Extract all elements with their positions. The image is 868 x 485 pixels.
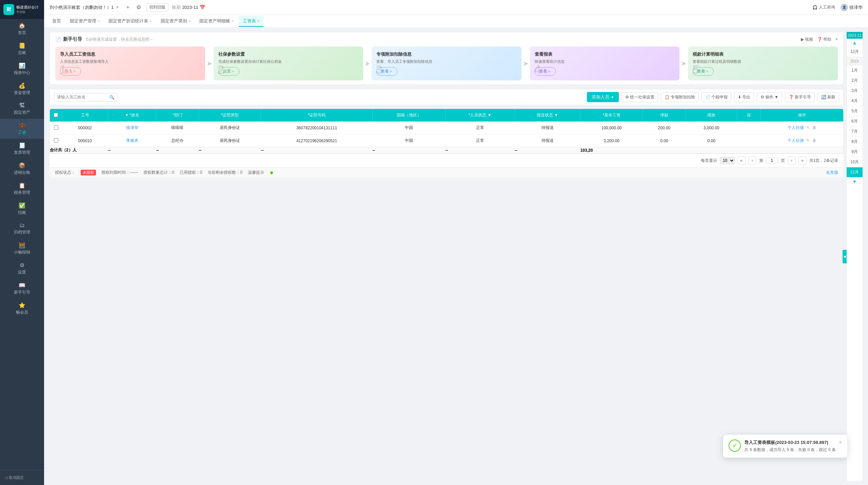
panel-expand-btn[interactable]: ◀ — [843, 250, 847, 263]
edit-icon[interactable]: ✎ — [806, 125, 810, 130]
month-item-4[interactable]: 4月 — [847, 96, 863, 106]
sidebar-item-guide[interactable]: 📖 新手引导 — [0, 279, 44, 299]
panel-up-arrow[interactable]: ▲ — [852, 40, 857, 45]
delete-icon[interactable]: 🗑 — [812, 125, 816, 130]
tab-close-icon[interactable]: × — [189, 19, 191, 23]
home-icon: 🏠 — [19, 22, 25, 29]
user-menu-btn[interactable]: 👤 徐泽华 — [841, 4, 863, 11]
tab-fixed-asset[interactable]: 固定资产管理 × — [66, 16, 104, 27]
month-item-5[interactable]: 5月 — [847, 106, 863, 116]
auth-remain: 当前剩余授权数：0 — [208, 170, 242, 175]
prev-page-btn[interactable]: ‹ — [748, 156, 756, 165]
sidebar-item-member[interactable]: ⭐ 畅会员 — [0, 299, 44, 319]
sidebar-item-expense[interactable]: 🧮 小畅报销 — [0, 239, 44, 259]
next-page-btn[interactable]: › — [788, 156, 796, 165]
settings-account-btn[interactable]: ⚙ — [135, 3, 143, 12]
tab-salary-table[interactable]: 工资表 × — [239, 16, 263, 27]
social-security-btn[interactable]: ⚙ 统一社保设置 — [622, 92, 658, 102]
sidebar-item-fixed[interactable]: 🏗 固定资产 — [0, 99, 44, 119]
sidebar-item-settle[interactable]: ✅ 结账 — [0, 199, 44, 219]
tab-close-icon[interactable]: × — [98, 19, 100, 23]
tab-depreciation[interactable]: 固定资产折旧统计表 × — [104, 16, 156, 27]
period-selector[interactable]: 账期 2023-11 📅 — [172, 4, 205, 11]
td-footer-empty — [686, 147, 737, 153]
auth-count: 授权数量总计：0 — [143, 170, 174, 175]
tab-close-icon[interactable]: × — [150, 19, 152, 23]
row-checkbox[interactable] — [54, 138, 58, 143]
guide-help-btn[interactable]: ❓ 帮助 — [817, 37, 831, 42]
edit-icon[interactable]: ✎ — [806, 138, 810, 143]
per-page-select[interactable]: 10 20 50 — [720, 157, 735, 164]
last-page-btn[interactable]: » — [798, 156, 807, 165]
sidebar-item-salary[interactable]: 💼 工资 — [0, 119, 44, 139]
td-checkbox[interactable] — [50, 134, 62, 147]
fund-icon: 💰 — [19, 82, 25, 89]
warning-dot-icon — [270, 171, 273, 174]
month-item-10[interactable]: 10月 — [847, 157, 863, 167]
operate-btn[interactable]: ⚙ 操作 ▼ — [757, 92, 782, 102]
sidebar-item-settings[interactable]: ⚙ 设置 — [0, 259, 44, 279]
refresh-btn[interactable]: 🔄 刷新 — [817, 92, 839, 102]
add-account-btn[interactable]: ＋ — [124, 3, 132, 12]
sidebar-item-report[interactable]: 📊 报表中心 — [0, 59, 44, 79]
guide-subtitle: 5步快速完成设置，快去完善信息吧～ — [86, 37, 154, 42]
month-item-9[interactable]: 9月 — [847, 147, 863, 157]
toolbar: 🔍 添加人员 ▼ ⚙ 统一社保设置 📋 专项附加扣除 — [50, 89, 844, 105]
sidebar-item-archive[interactable]: 🗂 归档管理 — [0, 219, 44, 239]
sidebar-item-home[interactable]: 🏠 首页 — [0, 19, 44, 39]
tab-close-icon[interactable]: × — [232, 19, 234, 23]
personal-social-btn[interactable]: 个人社保 — [788, 125, 804, 130]
td-checkbox[interactable] — [50, 122, 62, 134]
ai-consult-btn[interactable]: 🎧 人工咨询 — [812, 4, 835, 10]
td-total-salary: 103,20 — [580, 147, 643, 153]
sidebar-item-label: 小畅报销 — [14, 249, 30, 255]
operate-icon: ⚙ — [761, 95, 764, 99]
month-item-2[interactable]: 2月 — [847, 76, 863, 86]
td-footer-empty: -- — [445, 147, 515, 153]
special-deduct-btn[interactable]: 📋 专项附加扣除 — [661, 92, 699, 102]
sidebar-item-ledger[interactable]: 📒 总账 — [0, 39, 44, 59]
employee-name-link[interactable]: 李俊杰 — [126, 138, 138, 143]
month-item-11[interactable]: 11月 — [847, 167, 863, 178]
row-checkbox[interactable] — [54, 125, 58, 130]
tab-fixed-detail[interactable]: 固定资产明细账 × — [195, 16, 238, 27]
panel-down-arrow[interactable]: ▼ — [852, 179, 857, 184]
sidebar-item-invoice[interactable]: 🧾 发票管理 — [0, 139, 44, 159]
toast-close-btn[interactable]: × — [839, 440, 842, 445]
guide-close-btn[interactable]: × — [835, 37, 838, 42]
month-item-6[interactable]: 6月 — [847, 116, 863, 127]
search-input[interactable] — [57, 95, 108, 99]
personal-social-btn[interactable]: 个人社保 — [788, 138, 804, 143]
account-selector[interactable]: 刘小艳演示账套（勿删勿动！）1 ▼ — [50, 4, 119, 11]
employee-name-link[interactable]: 徐泽华 — [126, 125, 138, 130]
first-page-btn[interactable]: « — [737, 156, 746, 165]
cancel-fixed-btn[interactable]: ◁ 取消固定 — [3, 474, 41, 482]
guide-video-btn[interactable]: ▶ 视频 — [801, 37, 813, 42]
select-all-checkbox[interactable] — [54, 113, 58, 117]
month-item-1[interactable]: 1月 — [847, 66, 863, 76]
sidebar-item-stock[interactable]: 📦 进销台账 — [0, 159, 44, 179]
export-btn[interactable]: ⬇ 导出 — [734, 92, 754, 102]
td-apply — [737, 134, 761, 147]
sidebar-item-tax[interactable]: 📋 税务管理 — [0, 179, 44, 199]
tab-close-icon[interactable]: × — [257, 19, 259, 23]
sidebar-item-fund[interactable]: 💰 资金管理 — [0, 79, 44, 99]
tab-fixed-type[interactable]: 固定资产类别 × — [157, 16, 195, 27]
month-item-7[interactable]: 7月 — [847, 127, 863, 137]
month-item-12[interactable]: 12月 — [847, 47, 863, 57]
guide-btn[interactable]: ❓ 新手引导 — [785, 92, 815, 102]
th-checkbox[interactable] — [50, 109, 62, 122]
step-number: 4 — [534, 63, 541, 77]
td-dept: 嘻嘻嘻 — [156, 122, 199, 134]
delete-icon[interactable]: 🗑 — [812, 138, 816, 143]
td-nationality: 中国 — [372, 134, 445, 147]
switch-version-btn[interactable]: 切到旧版 — [146, 3, 169, 12]
month-item-3[interactable]: 3月 — [847, 86, 863, 96]
month-item-8[interactable]: 8月 — [847, 137, 863, 147]
current-page-input[interactable] — [766, 157, 778, 164]
tax-declare-btn[interactable]: 📄 个税申报 — [702, 92, 731, 102]
td-id-type: 居民身份证 — [199, 134, 261, 147]
add-employee-btn[interactable]: 添加人员 ▼ — [587, 92, 619, 102]
tab-home[interactable]: 首页 — [48, 16, 65, 27]
charge-link[interactable]: 去充值 — [826, 170, 838, 175]
